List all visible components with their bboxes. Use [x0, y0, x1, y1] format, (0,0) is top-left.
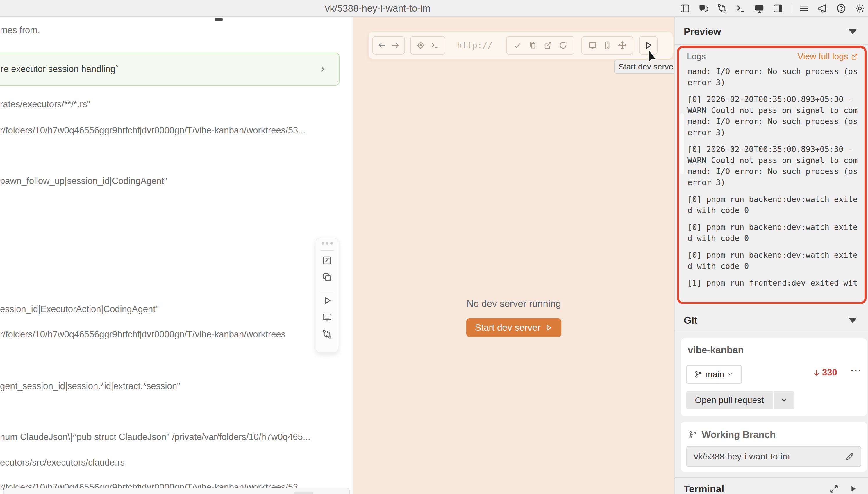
- details-sidebar: Preview Logs View full logs mand: I/O er…: [674, 17, 868, 494]
- edit-pencil-icon: [845, 452, 854, 461]
- message-text: ecutors/src/executors/claude.rs: [0, 457, 125, 468]
- message-text: mes from.: [0, 25, 40, 35]
- working-branch-field[interactable]: vk/5388-hey-i-want-to-im: [686, 446, 861, 467]
- forward-icon[interactable]: [391, 41, 400, 50]
- collapse-preview-icon[interactable]: [848, 29, 857, 34]
- message-text: r/folders/10/h7w0q46556ggr9hrfchfjdvr000…: [0, 329, 285, 340]
- git-section-header[interactable]: Git: [675, 311, 868, 329]
- top-bar-actions: [679, 0, 866, 17]
- target-icon[interactable]: [416, 41, 425, 50]
- panel-left-icon[interactable]: [679, 3, 691, 14]
- device-group: [581, 36, 633, 55]
- chevron-down-icon: [780, 396, 788, 404]
- log-entry: [0] 2026-02-20T00:35:00.893+05:30 - WARN…: [687, 144, 859, 188]
- prompt-card[interactable]: re executor session handling`: [0, 53, 340, 86]
- url-display[interactable]: http://: [457, 36, 492, 55]
- browser-toolbar: http://: [369, 32, 673, 59]
- logs-scrollbar-thumb[interactable]: [680, 113, 684, 174]
- check-icon[interactable]: [513, 41, 522, 50]
- repo-name: vibe-kanban: [688, 345, 744, 356]
- log-entry: mand: I/O error: No such process (os err…: [687, 66, 859, 88]
- move-icon[interactable]: [618, 41, 627, 50]
- working-branch-value: vk/5388-hey-i-want-to-im: [694, 452, 845, 461]
- collapse-git-icon[interactable]: [848, 318, 857, 323]
- floating-toolbar: [316, 238, 338, 353]
- drag-handle-icon[interactable]: [321, 242, 333, 245]
- git-card: vibe-kanban main 330 ⋯ Open pull request: [681, 338, 867, 416]
- inspect-group: [410, 36, 445, 55]
- tablet-icon[interactable]: [588, 41, 597, 50]
- no-dev-server-message: No dev server running: [353, 298, 674, 309]
- dev-server-monitor-icon[interactable]: [321, 311, 333, 323]
- external-link-icon: [851, 53, 858, 60]
- settings-gear-icon[interactable]: [854, 3, 866, 14]
- copy-icon[interactable]: [528, 41, 537, 50]
- mouse-cursor: [646, 50, 658, 66]
- preview-title: Preview: [684, 26, 721, 37]
- start-dev-server-icon[interactable]: [643, 40, 653, 50]
- megaphone-icon[interactable]: [817, 3, 828, 14]
- start-dev-server-label: Start dev server: [475, 322, 541, 333]
- open-pull-request-button[interactable]: Open pull request: [686, 391, 773, 409]
- console-icon[interactable]: [430, 41, 439, 50]
- panel-right-icon[interactable]: [772, 3, 784, 14]
- back-icon[interactable]: [377, 41, 386, 50]
- view-full-logs-link[interactable]: View full logs: [797, 52, 858, 61]
- git-more-menu[interactable]: ⋯: [850, 363, 862, 377]
- logs-output[interactable]: mand: I/O error: No such process (os err…: [687, 66, 859, 290]
- copy-icon[interactable]: [321, 271, 333, 283]
- terminal-title: Terminal: [684, 483, 724, 494]
- top-bar: vk/5388-hey-i-want-to-im: [0, 0, 868, 17]
- git-branch-icon: [695, 370, 702, 378]
- logs-title: Logs: [687, 52, 706, 61]
- start-dev-server-tooltip: Start dev server: [614, 60, 674, 74]
- message-text: ession_id|ExecutorAction|CodingAgent": [0, 304, 159, 315]
- working-branch-header: Working Branch: [688, 429, 776, 440]
- git-title: Git: [684, 315, 697, 326]
- menu-icon[interactable]: [798, 3, 810, 14]
- external-link-icon[interactable]: [543, 41, 553, 50]
- message-text: rates/executors/**/*.rs": [0, 99, 90, 110]
- chat-icon[interactable]: [698, 3, 709, 14]
- toolbar-divider: [320, 250, 334, 251]
- window-title: vk/5388-hey-i-want-to-im: [325, 0, 431, 17]
- arrow-down-icon: [812, 368, 821, 377]
- phone-icon[interactable]: [603, 41, 612, 50]
- input-bar-button[interactable]: [294, 492, 313, 494]
- terminal-actions: [829, 484, 857, 494]
- play-icon[interactable]: [321, 294, 333, 306]
- terminal-icon[interactable]: [735, 3, 747, 14]
- commits-behind-count: 330: [822, 367, 837, 378]
- open-in-editor-icon[interactable]: [321, 254, 333, 266]
- section-divider: [675, 477, 868, 478]
- base-branch-label: main: [705, 369, 724, 379]
- message-text: num ClaudeJson\|^pub struct ClaudeJson" …: [0, 432, 310, 442]
- toolbar-divider: [320, 290, 334, 291]
- nav-group: [372, 36, 405, 55]
- working-branch-card: Working Branch vk/5388-hey-i-want-to-im: [681, 422, 867, 472]
- git-compare-icon[interactable]: [321, 328, 333, 340]
- help-icon[interactable]: [835, 3, 847, 14]
- monitor-icon[interactable]: [753, 3, 765, 14]
- scrollbar-thumb[interactable]: [215, 18, 223, 21]
- expand-icon: [829, 484, 839, 494]
- log-entry: [0] 2026-02-20T00:35:00.893+05:30 - WARN…: [687, 94, 859, 138]
- preview-section-header[interactable]: Preview: [675, 22, 868, 41]
- log-entry: [0] pnpm run backend:dev:watch exited wi…: [687, 250, 859, 272]
- pr-options-dropdown[interactable]: [774, 391, 794, 409]
- git-branch-icon: [688, 430, 697, 439]
- start-dev-server-button[interactable]: Start dev server: [466, 319, 562, 337]
- page-actions-group: [506, 36, 574, 55]
- top-bar-separator: [791, 3, 791, 14]
- logs-panel: Logs View full logs mand: I/O error: No …: [677, 46, 867, 304]
- git-compare-icon[interactable]: [716, 3, 728, 14]
- message-text: gent_session_id|session.*id|extract.*ses…: [0, 381, 180, 392]
- refresh-icon[interactable]: [559, 41, 568, 50]
- commits-behind: 330: [812, 367, 837, 378]
- chevron-down-icon: [727, 371, 733, 378]
- terminal-section-header[interactable]: Terminal: [675, 481, 868, 494]
- log-entry: [0] pnpm run backend:dev:watch exited wi…: [687, 194, 859, 216]
- play-icon: [545, 324, 553, 332]
- base-branch-selector[interactable]: main: [686, 365, 742, 384]
- preview-pane: http://: [353, 17, 674, 494]
